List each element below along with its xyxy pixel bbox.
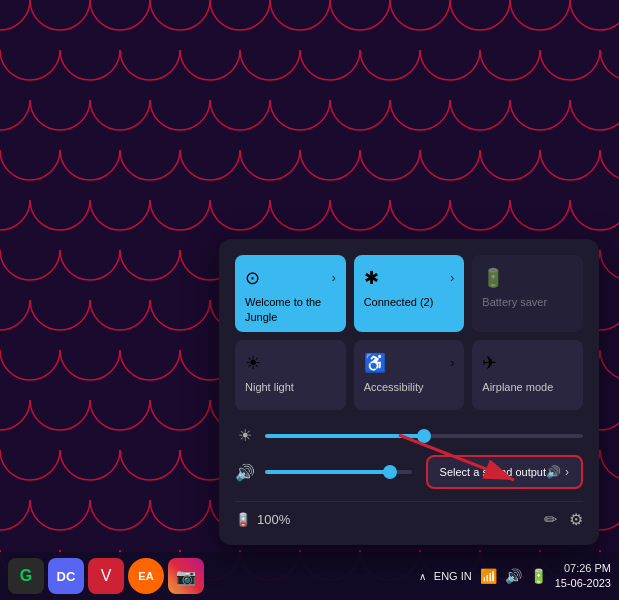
tile-accessibility[interactable]: ♿ › Accessibility bbox=[354, 340, 465, 410]
tile-bluetooth[interactable]: ✱ › Connected (2) bbox=[354, 255, 465, 332]
night-light-icon: ☀ bbox=[245, 352, 261, 374]
bluetooth-icon: ✱ bbox=[364, 267, 379, 289]
wifi-label: Welcome to theJungle bbox=[245, 295, 321, 324]
bluetooth-label: Connected (2) bbox=[364, 295, 434, 309]
volume-tray-icon[interactable]: 🔊 bbox=[505, 568, 522, 584]
battery-tray-icon[interactable]: 🔋 bbox=[530, 568, 547, 584]
taskbar: G DC V EA 📷 ∧ ENG IN 📶 🔊 🔋 07:26 PM 15-0… bbox=[0, 552, 619, 600]
taskbar-app-discord[interactable]: DC bbox=[48, 558, 84, 594]
clock[interactable]: 07:26 PM 15-06-2023 bbox=[555, 561, 611, 592]
brightness-icon: ☀ bbox=[235, 426, 255, 445]
taskbar-app-instagram[interactable]: 📷 bbox=[168, 558, 204, 594]
tray-icons: 📶 🔊 🔋 bbox=[480, 568, 547, 584]
night-light-label: Night light bbox=[245, 380, 294, 394]
sound-output-icon: 🔊 bbox=[546, 465, 561, 479]
quick-settings-panel: ⊙ › Welcome to theJungle ✱ › Connected (… bbox=[219, 239, 599, 545]
sound-output-arrow: › bbox=[565, 465, 569, 479]
tray-overflow-arrow[interactable]: ∧ bbox=[419, 571, 426, 582]
volume-icon: 🔊 bbox=[235, 463, 255, 482]
brightness-fill bbox=[265, 434, 424, 438]
tile-wifi[interactable]: ⊙ › Welcome to theJungle bbox=[235, 255, 346, 332]
panel-bottom: 🪫 100% ✏ ⚙ bbox=[235, 501, 583, 529]
sound-output-right: 🔊 › bbox=[546, 465, 569, 479]
sound-output-button[interactable]: Select a sound output 🔊 › bbox=[426, 455, 583, 489]
wifi-arrow[interactable]: › bbox=[332, 271, 336, 285]
battery-saver-icon: 🔋 bbox=[482, 267, 504, 289]
sliders: ☀ 🔊 Select a sound output 🔊 › bbox=[235, 426, 583, 489]
accessibility-label: Accessibility bbox=[364, 380, 424, 394]
volume-row: 🔊 Select a sound output 🔊 › bbox=[235, 455, 583, 489]
panel-bottom-icons: ✏ ⚙ bbox=[544, 510, 583, 529]
volume-thumb[interactable] bbox=[383, 465, 397, 479]
wifi-icon: ⊙ bbox=[245, 267, 260, 289]
bluetooth-arrow[interactable]: › bbox=[450, 271, 454, 285]
taskbar-app-ea[interactable]: EA bbox=[128, 558, 164, 594]
wifi-tray-icon[interactable]: 📶 bbox=[480, 568, 497, 584]
tile-battery-saver[interactable]: 🔋 Battery saver bbox=[472, 255, 583, 332]
battery-icon: 🪫 bbox=[235, 512, 251, 527]
volume-fill bbox=[265, 470, 390, 474]
accessibility-icon: ♿ bbox=[364, 352, 386, 374]
sound-output-label: Select a sound output bbox=[440, 466, 546, 478]
tile-airplane[interactable]: ✈ Airplane mode bbox=[472, 340, 583, 410]
clock-time: 07:26 PM bbox=[555, 561, 611, 576]
tiles-grid: ⊙ › Welcome to theJungle ✱ › Connected (… bbox=[235, 255, 583, 410]
language-indicator[interactable]: ENG IN bbox=[434, 569, 472, 583]
battery-saver-label: Battery saver bbox=[482, 295, 547, 309]
tile-night-light[interactable]: ☀ Night light bbox=[235, 340, 346, 410]
taskbar-apps: G DC V EA 📷 bbox=[8, 558, 204, 594]
airplane-icon: ✈ bbox=[482, 352, 497, 374]
battery-percent: 100% bbox=[257, 512, 290, 527]
brightness-slider[interactable] bbox=[265, 434, 583, 438]
battery-info: 🪫 100% bbox=[235, 512, 290, 527]
brightness-thumb[interactable] bbox=[417, 429, 431, 443]
settings-icon[interactable]: ⚙ bbox=[569, 510, 583, 529]
taskbar-app-valorant[interactable]: V bbox=[88, 558, 124, 594]
accessibility-arrow[interactable]: › bbox=[450, 356, 454, 370]
volume-slider[interactable] bbox=[265, 470, 412, 474]
taskbar-app-grammarly[interactable]: G bbox=[8, 558, 44, 594]
edit-icon[interactable]: ✏ bbox=[544, 510, 557, 529]
taskbar-right: ∧ ENG IN 📶 🔊 🔋 07:26 PM 15-06-2023 bbox=[419, 561, 611, 592]
clock-date: 15-06-2023 bbox=[555, 576, 611, 591]
airplane-label: Airplane mode bbox=[482, 380, 553, 394]
brightness-row: ☀ bbox=[235, 426, 583, 445]
